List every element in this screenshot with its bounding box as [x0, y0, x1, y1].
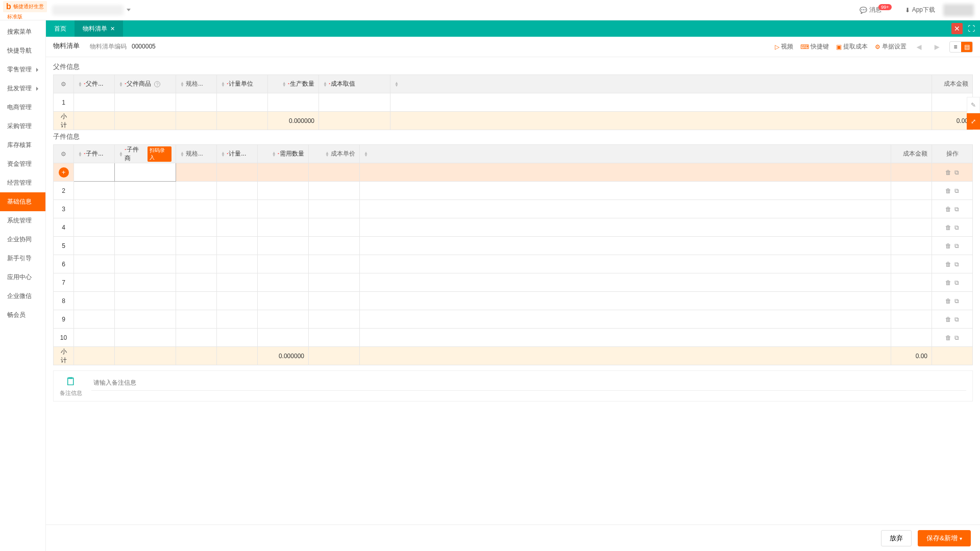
- table-row[interactable]: 10🗑⧉: [54, 329, 973, 347]
- sidebar-item[interactable]: 库存核算: [0, 136, 45, 155]
- edit-float-icon[interactable]: ✎: [967, 97, 980, 113]
- cost-link[interactable]: ▣提取成本: [836, 42, 868, 51]
- save-button[interactable]: 保存&新增▾: [918, 530, 971, 546]
- play-icon: ▷: [775, 43, 779, 51]
- toolbar: 物料清单 物料清单编码 0000005 ▷视频 ⌨快捷键 ▣提取成本 ⚙单据设置…: [46, 37, 980, 57]
- chevron-right-icon: [36, 87, 38, 91]
- sidebar-item[interactable]: 采购管理: [0, 117, 45, 136]
- sidebar-item[interactable]: 经营管理: [0, 173, 45, 192]
- sidebar-item[interactable]: 系统管理: [0, 211, 45, 230]
- app-download-button[interactable]: ⬇ App下载: [905, 6, 935, 14]
- chevron-down-icon[interactable]: [127, 9, 131, 11]
- settings-link[interactable]: ⚙单据设置: [875, 42, 906, 51]
- table-row[interactable]: 8🗑⧉: [54, 292, 973, 310]
- sidebar-item[interactable]: 零售管理: [0, 60, 45, 79]
- help-icon[interactable]: ?: [154, 81, 160, 87]
- extract-icon: ▣: [836, 43, 842, 51]
- sidebar-item[interactable]: 电商管理: [0, 98, 45, 117]
- gear-icon: ⚙: [61, 81, 66, 88]
- tab-bom[interactable]: 物料清单 ✕: [75, 20, 123, 37]
- delete-icon[interactable]: 🗑: [945, 261, 951, 268]
- tabs-bar: 首页 物料清单 ✕ ✕ ⛶: [46, 20, 980, 37]
- page-tab-bom[interactable]: 物料清单: [53, 41, 80, 53]
- delete-icon[interactable]: 🗑: [945, 279, 951, 286]
- table-row[interactable]: 4🗑⧉: [54, 218, 973, 237]
- view-form-icon[interactable]: ▤: [961, 42, 972, 52]
- delete-icon[interactable]: 🗑: [945, 206, 951, 213]
- app-header: b 畅捷通好生意 标准版 💬 消息 99+ ⬇ App下载: [0, 0, 980, 20]
- copy-icon[interactable]: ⧉: [954, 279, 959, 286]
- gear-icon: ⚙: [875, 43, 880, 51]
- remarks-label: 备注信息: [60, 389, 82, 397]
- gear-icon: ⚙: [61, 151, 66, 158]
- copy-icon[interactable]: ⧉: [954, 261, 959, 268]
- expand-float-icon[interactable]: ⤢: [967, 113, 980, 130]
- sidebar-item[interactable]: 基础信息: [0, 192, 45, 211]
- sidebar-item[interactable]: 企业微信: [0, 287, 45, 306]
- delete-icon[interactable]: 🗑: [945, 224, 951, 231]
- sidebar: 搜索菜单快捷导航零售管理批发管理电商管理采购管理库存核算资金管理经营管理基础信息…: [0, 20, 46, 551]
- copy-icon[interactable]: ⧉: [954, 169, 959, 176]
- dropdown-icon: ▾: [960, 536, 962, 541]
- child-grid: ⚙ ▲▼子件... ▲▼子件商扫码录入 ▲▼规格... ▲▼计量... ▲▼需用…: [53, 144, 973, 365]
- tab-home[interactable]: 首页: [46, 20, 75, 37]
- video-link[interactable]: ▷视频: [775, 42, 793, 51]
- table-row[interactable]: 5🗑⧉: [54, 237, 973, 255]
- table-row[interactable]: +🗑⧉: [54, 163, 973, 182]
- message-icon: 💬: [860, 7, 867, 14]
- messages-button[interactable]: 💬 消息 99+: [860, 6, 896, 14]
- parent-section-title: 父件信息: [53, 62, 973, 71]
- table-row[interactable]: 3🗑⧉: [54, 200, 973, 218]
- bom-code-label: 物料清单编码: [90, 43, 127, 50]
- sidebar-item[interactable]: 企业协同: [0, 230, 45, 249]
- scan-badge[interactable]: 扫码录入: [148, 146, 172, 162]
- gear-header[interactable]: ⚙: [54, 145, 74, 163]
- copy-icon[interactable]: ⧉: [954, 334, 959, 341]
- table-row[interactable]: 7🗑⧉: [54, 273, 973, 292]
- logo-subtitle: 标准版: [7, 13, 22, 20]
- logo: b 畅捷通好生意: [3, 1, 47, 12]
- sidebar-item[interactable]: 快捷导航: [0, 41, 45, 60]
- remarks-input[interactable]: [91, 375, 966, 391]
- delete-icon[interactable]: 🗑: [945, 297, 951, 305]
- remarks-area: 🗒 备注信息: [53, 370, 973, 402]
- parent-grid: ⚙ ▲▼父件... ▲▼父件商品? ▲▼规格... ▲▼计量单位 ▲▼生产数量 …: [53, 74, 973, 130]
- sidebar-item[interactable]: 新手引导: [0, 249, 45, 268]
- table-row[interactable]: 9🗑⧉: [54, 310, 973, 329]
- delete-icon[interactable]: 🗑: [945, 334, 951, 341]
- discard-button[interactable]: 放弃: [881, 530, 912, 546]
- sidebar-item[interactable]: 畅会员: [0, 306, 45, 324]
- next-arrow-icon[interactable]: ▶: [932, 43, 942, 51]
- view-list-icon[interactable]: ≡: [950, 42, 961, 52]
- copy-icon[interactable]: ⧉: [954, 242, 959, 249]
- delete-icon[interactable]: 🗑: [945, 242, 951, 249]
- gear-header[interactable]: ⚙: [54, 75, 74, 93]
- copy-icon[interactable]: ⧉: [954, 206, 959, 213]
- add-row-icon[interactable]: +: [59, 167, 69, 178]
- copy-icon[interactable]: ⧉: [954, 187, 959, 194]
- subtotal-row: 小计0.0000000.00: [54, 347, 973, 365]
- copy-icon[interactable]: ⧉: [954, 297, 959, 305]
- sidebar-item[interactable]: 应用中心: [0, 268, 45, 287]
- message-badge: 99+: [878, 4, 891, 10]
- close-tab-button[interactable]: ✕: [951, 23, 963, 34]
- delete-icon[interactable]: 🗑: [945, 187, 951, 194]
- table-row[interactable]: 6🗑⧉: [54, 255, 973, 273]
- expand-icon[interactable]: ⛶: [966, 22, 977, 35]
- prev-arrow-icon[interactable]: ◀: [914, 43, 924, 51]
- copy-icon[interactable]: ⧉: [954, 224, 959, 231]
- subtotal-row: 小计0.0000000.00: [54, 112, 973, 130]
- sidebar-item[interactable]: 批发管理: [0, 79, 45, 98]
- table-row[interactable]: 1: [54, 93, 973, 112]
- tenant-selector[interactable]: [52, 5, 124, 15]
- sidebar-item[interactable]: 搜索菜单: [0, 22, 45, 41]
- delete-icon[interactable]: 🗑: [945, 316, 951, 323]
- sidebar-item[interactable]: 资金管理: [0, 155, 45, 173]
- table-row[interactable]: 2🗑⧉: [54, 182, 973, 200]
- shortcuts-link[interactable]: ⌨快捷键: [800, 42, 829, 51]
- delete-icon[interactable]: 🗑: [945, 169, 951, 176]
- copy-icon[interactable]: ⧉: [954, 316, 959, 323]
- user-avatar[interactable]: [943, 4, 974, 16]
- close-icon[interactable]: ✕: [110, 26, 115, 32]
- bom-code-value: 0000005: [132, 43, 156, 50]
